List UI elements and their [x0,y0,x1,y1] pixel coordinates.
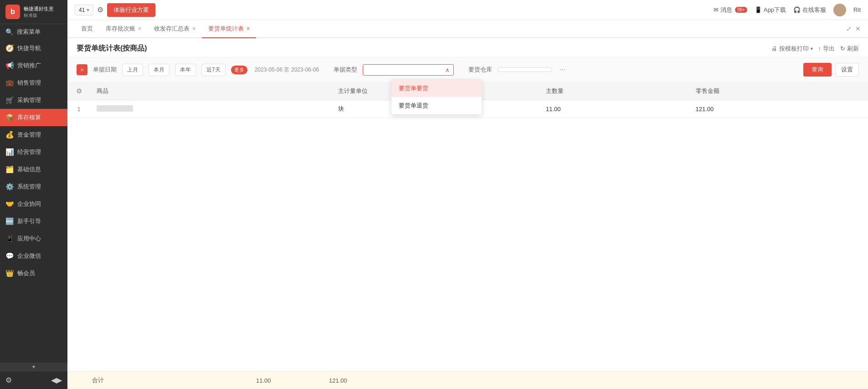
tab-inventory-batch[interactable]: 库存批次账 × [99,20,148,38]
tab-close-income-summary[interactable]: × [192,26,195,32]
row-amount: 121.00 [689,100,868,118]
settings-icon[interactable]: ⚙ [5,376,12,384]
app-download-btn[interactable]: 📱 App下载 [755,6,786,14]
sidebar-item-vip[interactable]: 👑 畅会员 [0,265,67,282]
enterprise-icon: 🤝 [5,200,14,208]
sidebar-scroll-down[interactable]: ▼ [0,363,67,371]
service-btn[interactable]: 🎧 在线客服 [793,6,826,14]
product-blurred [97,105,133,112]
date-btn-last-month[interactable]: 上月 [122,64,143,76]
dropdown-item-order[interactable]: 要货单要货 [391,80,482,97]
apps-icon: 📱 [5,235,14,243]
maximize-icon: ⤢ [846,25,852,32]
sidebar-item-quick-nav[interactable]: 🧭 快捷导航 [0,40,67,57]
inventory-icon: 📦 [5,113,14,122]
sidebar-item-sales[interactable]: 💼 销售管理 [0,74,67,92]
purchase-icon: 🛒 [5,96,14,104]
phone-icon: 📱 [755,6,762,13]
type-label: 单据类型 [334,66,357,74]
guide-icon: 🆕 [5,217,14,225]
tabs-bar: 首页 库存批次账 × 收发存汇总表 × 要货单统计表 × ⤢ ✕ [67,20,868,38]
company-selector[interactable]: 41 ▾ [75,5,93,15]
page-actions: 🖨 按模板打印 ▾ ↑ 导出 ↻ 刷新 [771,45,859,53]
filter-dots-icon[interactable]: ··· [560,66,565,74]
quick-nav-icon: 🧭 [5,44,14,52]
tab-close-inventory-batch[interactable]: × [138,26,141,32]
printer-icon: 🖨 [771,45,777,52]
chevron-down-icon: ▾ [87,7,89,13]
sidebar-item-operations[interactable]: 📊 经营管理 [0,143,67,161]
refresh-btn[interactable]: ↻ 刷新 [840,45,859,53]
sidebar-item-marketing[interactable]: 📢 营销推广 [0,57,67,74]
sidebar-item-wecom[interactable]: 💬 企业微信 [0,247,67,265]
date-btn-last-7-days[interactable]: 近7天 [201,64,226,76]
user-avatar[interactable] [833,4,846,16]
wecom-icon: 💬 [5,252,14,260]
date-label: 单据日期 [93,66,117,74]
trial-btn[interactable]: 体验行业方案 [107,3,155,17]
topbar-left: 41 ▾ ⚙ 体验行业方案 [75,3,155,17]
settings-btn[interactable]: 设置 [835,63,859,77]
row-quantity: 11.00 [539,100,689,118]
sidebar-footer: ⚙ ◀▶ [0,371,67,389]
logo-text: 畅捷通好生意 标准版 [24,5,54,18]
sidebar-item-finance[interactable]: 💰 资金管理 [0,126,67,143]
sidebar-item-guide[interactable]: 🆕 新手引导 [0,213,67,230]
date-btn-this-month[interactable]: 本月 [149,64,169,76]
row-product [90,100,332,118]
sidebar-item-purchase[interactable]: 🛒 采购管理 [0,92,67,109]
filter-actions-right: 查询 设置 [803,63,859,77]
sidebar-nav: 🧭 快捷导航 📢 营销推广 💼 销售管理 🛒 采购管理 📦 库存核算 💰 资金管… [0,40,67,363]
filter-expand-btn[interactable]: » [77,64,87,75]
system-icon: ⚙️ [5,183,14,191]
page-title: 要货单统计表(按商品) [77,44,147,53]
date-range-text: 2023-05-06 至 2023-06-06 [255,66,319,74]
message-btn[interactable]: ✉ 消息 99+ [714,6,747,14]
close-icon: ✕ [855,25,861,32]
logo-icon: b [5,5,20,19]
topbar: 41 ▾ ⚙ 体验行业方案 ✉ 消息 99+ 📱 App下载 🎧 在线客服 Ri… [67,0,868,20]
collapse-icon[interactable]: ◀▶ [51,376,62,384]
more-badge[interactable]: 更多 [231,66,247,74]
sidebar-item-enterprise[interactable]: 🤝 企业协同 [0,195,67,213]
sales-icon: 💼 [5,79,14,87]
tab-income-summary[interactable]: 收发存汇总表 × [148,20,202,38]
warehouse-input[interactable] [498,67,552,72]
sidebar-item-basic[interactable]: 🗂️ 基础信息 [0,161,67,178]
tabs-expand[interactable]: ⤢ ✕ [846,25,861,32]
app-logo: b 畅捷通好生意 标准版 [0,0,67,24]
vip-icon: 👑 [5,269,14,277]
print-btn[interactable]: 🖨 按模板打印 ▾ [771,45,813,53]
amount-column-header: 零售金额 [689,82,868,100]
type-input[interactable]: ∧ [363,64,454,76]
sidebar-item-system[interactable]: ⚙️ 系统管理 [0,178,67,195]
row-num: 1 [67,100,90,118]
search-icon: 🔍 [5,28,13,36]
gear-icon: ⚙ [76,87,82,95]
tab-close-order-summary[interactable]: × [247,26,250,32]
query-btn[interactable]: 查询 [803,63,832,77]
sidebar-item-apps[interactable]: 📱 应用中心 [0,230,67,247]
tab-order-summary[interactable]: 要货单统计表 × [202,20,256,38]
sidebar-item-inventory[interactable]: 📦 库存核算 [0,109,67,126]
export-icon: ↑ [818,45,822,52]
refresh-icon: ↻ [840,45,845,52]
total-label: 合计 [74,376,229,384]
filter-bar: » 单据日期 上月 本月 本年 近7天 更多 2023-05-06 至 2023… [67,57,868,82]
sidebar-search[interactable]: 🔍 搜索菜单 [0,24,67,40]
table-footer: 合计 11.00 121.00 [67,371,868,389]
date-btn-this-year[interactable]: 本年 [175,64,196,76]
topbar-gear-icon[interactable]: ⚙ [97,5,103,14]
export-btn[interactable]: ↑ 导出 [818,45,835,53]
dropdown-item-return[interactable]: 要货单退货 [391,97,482,114]
page-header: 要货单统计表(按商品) 🖨 按模板打印 ▾ ↑ 导出 ↻ 刷新 [67,38,868,57]
finance-icon: 💰 [5,131,14,139]
expand-icon: » [81,67,84,73]
print-chevron-icon: ▾ [811,46,813,51]
gear-column-header[interactable]: ⚙ [67,82,90,100]
total-quantity: 11.00 [256,377,311,384]
quantity-column-header: 主数量 [539,82,689,100]
tab-home[interactable]: 首页 [75,20,99,38]
topbar-right: ✉ 消息 99+ 📱 App下载 🎧 在线客服 Rit [714,4,861,16]
product-column-header: 商品 [90,82,332,100]
